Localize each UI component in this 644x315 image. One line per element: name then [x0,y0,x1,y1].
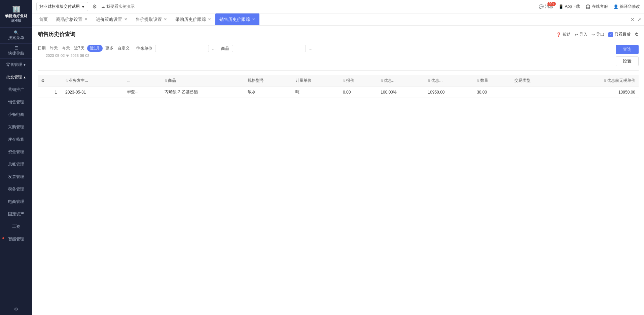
sidebar-search[interactable]: 🔍 搜索菜单 [0,28,32,44]
gear-icon[interactable]: ⚙ [41,78,45,83]
qty-sort-icon: ⇅ [477,79,479,82]
sidebar-item-inventory[interactable]: 库存核算 [0,133,32,146]
biz-date-label: 业务发生... [69,78,88,83]
logo-text-line2: 标准版 [3,19,30,23]
sidebar-item-ecommerce-small[interactable]: 小畅电商 [0,108,32,121]
inventory-label: 库存核算 [8,137,24,142]
sidebar-item-fixed-assets[interactable]: 固定资产 [0,208,32,220]
sidebar-quick-nav[interactable]: ☰ 快捷导航 [0,44,32,59]
date-custom[interactable]: 自定义 [116,45,131,52]
topbar-settings-icon: ⚙ [92,4,97,9]
maximize-window-button[interactable]: ⤢ [637,17,641,22]
discount-pct-label: 优惠... [384,78,395,83]
query-button[interactable]: 查询 [616,45,639,54]
tab-price-strategy-close[interactable]: ✕ [124,17,127,22]
ecommerce-label: 电商管理 [8,199,24,204]
qty-label: 数量 [480,78,488,83]
supplier-label: 往来单位 [136,46,152,51]
col-more[interactable]: ... [123,75,161,86]
sidebar-item-smart[interactable]: ● 智能管理 [0,233,32,245]
sidebar-item-finance[interactable]: 资金管理 [0,146,32,158]
col-discount-amt[interactable]: ⇅ 优惠... [424,75,473,86]
sidebar-item-purchase[interactable]: 采购管理 [0,121,32,133]
accounting-label: 总账管理 [8,162,24,167]
checkbox-checked-icon: ✓ [608,32,613,37]
supplier-input[interactable] [155,45,209,52]
date-last7[interactable]: 近7天 [73,45,86,52]
tab-product-price[interactable]: 商品价格设置 ✕ [52,13,92,26]
sidebar-item-tax[interactable]: 税务管理 [0,183,32,196]
col-qty[interactable]: ⇅ 数量 [473,75,511,86]
col-gear[interactable]: ⚙ [38,75,50,86]
date-filter-group: 日期 昨天 今天 近7天 近1月 更多 自定义 2023-05-02 至 202… [38,45,131,58]
trade-type-label: 交易类型 [514,78,531,83]
topbar-settings-button[interactable]: ⚙ [92,3,97,10]
table-row: 1 2023-05-31 华查... 丙烯酸-2-乙基己酯 散水 吨 0.00 … [38,86,639,98]
online-service-button[interactable]: 🎧 在线客服 [585,4,608,9]
export-label: 导出 [596,32,604,37]
date-more[interactable]: 更多 [104,45,115,52]
supplier-dots-button[interactable]: ... [212,46,216,51]
tab-home-label: 首页 [39,16,48,23]
import-button[interactable]: ↩ 导入 [575,32,587,37]
demo-cloud-icon: ☁ [101,4,105,9]
demo-button[interactable]: ☁ 我要看实例演示 [101,4,135,9]
row-trade-type-cell [511,86,559,98]
tab-product-price-label: 商品价格设置 [56,16,82,23]
product-dots-button[interactable]: ... [309,46,313,51]
sidebar-item-sales[interactable]: 销售管理 [0,96,32,108]
tab-purchase-history-close[interactable]: ✕ [208,17,211,22]
tab-purchase-history[interactable]: 采购历史价跟踪 ✕ [171,13,215,26]
topbar-right: 💬 消息 99+ 📱 App下载 🎧 在线客服 👤 徐泽华修改 [539,4,640,9]
sidebar-item-accounting[interactable]: 总账管理 [0,158,32,171]
message-button[interactable]: 💬 消息 99+ [539,4,553,9]
payroll-label: 工资 [12,224,20,229]
date-range-display: 2023-05-02 至 2023-06-02 [46,53,131,58]
col-price[interactable]: ⇅ 报价 [339,75,377,86]
col-discount-pct[interactable]: ⇅ 优惠... [377,75,424,86]
sidebar-settings-button[interactable]: ⚙ [0,303,32,315]
tab-product-price-close[interactable]: ✕ [84,17,87,22]
col-pretax-price[interactable]: ⇅ 优惠前无税单价 [559,75,639,86]
price-sort-icon: ⇅ [343,79,346,82]
help-button[interactable]: ❓ 帮助 [556,32,571,37]
product-input[interactable] [232,45,306,52]
tab-price-strategy[interactable]: 进价策略设置 ✕ [92,13,132,26]
tab-home[interactable]: 首页 [35,13,52,26]
row-price-cell: 0.00 [339,86,377,98]
sidebar-item-ecommerce[interactable]: 电商管理 [0,196,32,208]
col-product[interactable]: ⇅ 商品 [161,75,244,86]
row-pretax-price-cell: 10950.00 [559,86,639,98]
content-area: 销售历史价查询 ❓ 帮助 ↩ 导入 ↪ 导出 ✓ 只看最后一次 [32,26,644,315]
tab-price-strategy-label: 进价策略设置 [96,16,122,23]
sidebar-item-wholesale[interactable]: 批发管理 ▲ [0,71,32,83]
col-biz-date[interactable]: ⇅ 业务发生... [62,75,123,86]
date-yesterday[interactable]: 昨天 [48,45,59,52]
sidebar-item-retail[interactable]: 零售管理 ▼ [0,59,32,71]
col-trade-type: 交易类型 [511,75,559,86]
tab-purchase-history-label: 采购历史价跟踪 [175,16,206,23]
date-last1month[interactable]: 近1月 [87,45,103,52]
page-header: 销售历史价查询 ❓ 帮助 ↩ 导入 ↪ 导出 ✓ 只看最后一次 [38,31,639,38]
only-last-checkbox[interactable]: ✓ 只看最后一次 [608,32,639,37]
version-dropdown[interactable]: 好业财标准版交付试用 ▼ [36,2,88,11]
search-label: 搜索菜单 [3,35,30,41]
user-profile-button[interactable]: 👤 徐泽华修改 [613,4,640,9]
tab-price-extract[interactable]: 售价提取设置 ✕ [132,13,171,26]
tab-sales-history-close[interactable]: ✕ [252,17,255,22]
app-logo: 🏢 畅捷通好业财 标准版 [0,0,32,28]
wholesale-label: 批发管理 [6,74,22,80]
sidebar-item-invoice[interactable]: 发票管理 [0,171,32,183]
sidebar-item-payroll[interactable]: 工资 [0,220,32,233]
settings-filter-button[interactable]: 设置 [616,56,639,66]
pretax-sort-icon: ⇅ [604,79,606,82]
col-unit: 计量单位 [292,75,339,86]
sidebar-item-marketing[interactable]: 营销推广 [0,83,32,96]
tab-sales-history[interactable]: 销售历史价跟踪 ✕ [215,13,259,26]
app-download-button[interactable]: 📱 App下载 [559,4,580,9]
close-window-button[interactable]: ✕ [631,17,635,22]
product-sort-icon: ⇅ [165,79,167,82]
date-today[interactable]: 今天 [61,45,71,52]
export-button[interactable]: ↪ 导出 [592,32,604,37]
tab-price-extract-close[interactable]: ✕ [164,17,167,22]
